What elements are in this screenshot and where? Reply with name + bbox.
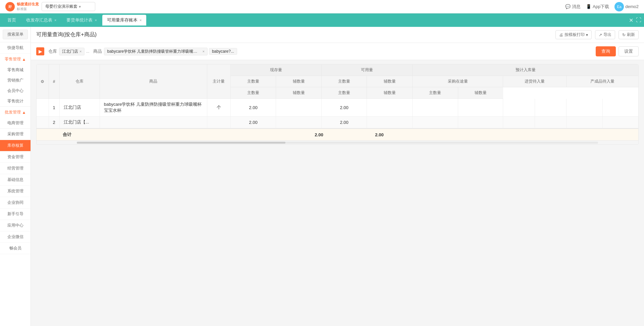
tab-bar: 首页 收发存汇总表 × 要货单统计表 × 可用量库存账本 × ✕ ⛶ xyxy=(0,13,644,27)
sidebar-item-inventory[interactable]: 库存核算 xyxy=(0,140,31,151)
footer-unit xyxy=(280,132,304,137)
sidebar-item-marketing[interactable]: 营销推广 xyxy=(0,75,31,86)
page-actions: 🖨 按模板打印 ▾ ↗ 导出 ↻ 刷新 xyxy=(555,30,639,39)
close-all-tabs-btn[interactable]: ✕ xyxy=(629,17,633,24)
top-bar-right: 💬 消息 📱 App下载 Ea demo2 xyxy=(565,2,639,11)
settings-btn[interactable]: 设置 xyxy=(619,46,639,56)
template-print-btn[interactable]: 🖨 按模板打印 ▾ xyxy=(555,30,592,39)
row2-prod-main xyxy=(566,117,602,128)
row2-current-main: 2.00 xyxy=(230,117,276,128)
sidebar-item-ecommerce[interactable]: 电商管理 xyxy=(0,118,31,128)
row2-index: 2 xyxy=(49,117,59,128)
user-menu[interactable]: Ea demo2 xyxy=(614,2,639,11)
row2-current-aux xyxy=(276,117,322,128)
refresh-btn[interactable]: ↻ 刷新 xyxy=(619,30,639,39)
export-btn[interactable]: ↗ 导出 xyxy=(595,30,615,39)
search-menu-btn[interactable]: 搜索菜单 xyxy=(3,30,28,39)
th-current-main: 主数量 xyxy=(230,76,276,87)
footer-avail-aux xyxy=(394,132,425,137)
top-bar-left: 好 畅捷通好生意 标准版 母婴行业演示账套 ▾ xyxy=(5,2,95,11)
row1-pp-main xyxy=(503,99,535,117)
sidebar-item-wechat-work[interactable]: 企业微信 xyxy=(0,231,31,243)
chevron-down-icon: ▾ xyxy=(79,4,81,9)
product-filter: 商品 babycare学饮杯 儿童防摔防撞吸管杯重力球吸嘴杯宝宝水杯 × bab… xyxy=(93,48,237,55)
tab-bar-actions: ✕ ⛶ xyxy=(629,17,641,24)
content-area: 可用量查询(按仓库+商品) 🖨 按模板打印 ▾ ↗ 导出 ↻ 刷新 ▶ xyxy=(31,27,644,326)
store-selector[interactable]: 母婴行业演示账套 ▾ xyxy=(42,2,95,11)
tab-home[interactable]: 首页 xyxy=(3,15,21,26)
tab-close-available[interactable]: × xyxy=(140,18,142,22)
scrollbar-thumb[interactable] xyxy=(77,142,285,144)
sidebar-item-retail-mgmt[interactable]: 零售管理 ▲ xyxy=(0,54,31,65)
sidebar-item-enterprise[interactable]: 企业协同 xyxy=(0,197,31,208)
row2-unit xyxy=(207,117,230,128)
footer-label: 合计 xyxy=(59,129,280,140)
sidebar-item-retail-mall[interactable]: 零售商城 xyxy=(0,65,31,75)
th-purchase-pending-group: 进货待入量 xyxy=(503,76,567,87)
query-btn[interactable]: 查询 xyxy=(596,46,616,56)
app-download-btn[interactable]: 📱 App下载 xyxy=(586,4,609,10)
tab-order-stats[interactable]: 要货单统计表 × xyxy=(62,15,101,26)
th-prod-main: 主数量 xyxy=(413,87,458,99)
table-row: 2 江北门店【... 2.00 2.00 xyxy=(37,117,638,128)
sidebar-item-basic-info[interactable]: 基础信息 xyxy=(0,174,31,186)
table-row: 1 江北门店 babycare学饮杯 儿童防摔防撞吸管杯重力球吸嘴杯宝宝水杯 个… xyxy=(37,99,638,117)
expand-btn[interactable]: ⛶ xyxy=(636,17,641,23)
row2-avail-aux xyxy=(367,117,413,128)
warehouse-more-btn[interactable]: ... xyxy=(86,49,89,54)
sidebar-item-wholesale-mgmt[interactable]: 批发管理 ▲ xyxy=(0,107,31,118)
sidebar-item-member-center[interactable]: 会员中心 xyxy=(0,86,31,96)
sidebar-item-newbie[interactable]: 新手引导 xyxy=(0,208,31,220)
filter-toggle-btn[interactable]: ▶ xyxy=(36,47,44,55)
tab-available-stock[interactable]: 可用量库存账本 × xyxy=(102,15,146,26)
row2-pp-aux xyxy=(535,117,566,128)
top-bar: 好 畅捷通好生意 标准版 母婴行业演示账套 ▾ 💬 消息 📱 App下载 Ea … xyxy=(0,0,644,13)
warehouse-filter: 仓库 江北门店 × ... xyxy=(48,48,89,55)
product-tag-close-0[interactable]: × xyxy=(202,49,204,53)
logo-icon: 好 xyxy=(5,2,15,11)
row2-pp-main xyxy=(503,117,535,128)
th-settings[interactable]: ⚙ xyxy=(37,64,49,99)
scrollbar-area[interactable] xyxy=(37,140,638,144)
avatar: Ea xyxy=(614,2,624,11)
sidebar-item-retail-stats[interactable]: 零售统计 xyxy=(0,96,31,106)
row1-prod-aux xyxy=(603,99,638,117)
chevron-down-icon-print: ▾ xyxy=(586,33,588,37)
th-pp-aux: 辅数量 xyxy=(367,87,413,99)
row1-current-aux xyxy=(276,99,322,117)
row1-pp-aux xyxy=(535,99,566,117)
row2-settings xyxy=(37,117,49,128)
main-layout: 搜索菜单 快捷导航 零售管理 ▲ 零售商城 营销推广 会员中心 零售统计 批发管… xyxy=(0,27,644,326)
row2-pt-main xyxy=(413,117,458,128)
sidebar: 搜索菜单 快捷导航 零售管理 ▲ 零售商城 营销推广 会员中心 零售统计 批发管… xyxy=(0,27,31,326)
tab-close-receipt[interactable]: × xyxy=(54,18,56,22)
th-index: # xyxy=(49,64,59,99)
message-btn[interactable]: 💬 消息 xyxy=(565,4,581,10)
th-current-stock-group: 现存量 xyxy=(230,64,321,76)
sidebar-item-operations[interactable]: 经营管理 xyxy=(0,163,31,174)
page-header: 可用量查询(按仓库+商品) 🖨 按模板打印 ▾ ↗ 导出 ↻ 刷新 xyxy=(31,27,644,43)
row1-pt-aux xyxy=(458,99,503,117)
sidebar-quick-nav[interactable]: 快捷导航 xyxy=(0,42,31,54)
th-pt-main: 主数量 xyxy=(230,87,276,99)
sidebar-search-area: 搜索菜单 xyxy=(0,27,31,42)
sidebar-item-app-center[interactable]: 应用中心 xyxy=(0,220,31,231)
row1-index: 1 xyxy=(49,99,59,117)
footer-avail-main: 2.00 xyxy=(364,130,394,140)
row1-unit: 个 xyxy=(207,99,230,117)
footer-current-aux xyxy=(334,132,364,137)
tab-receipt-summary[interactable]: 收发存汇总表 × xyxy=(21,15,61,26)
sidebar-item-finance[interactable]: 资金管理 xyxy=(0,151,31,163)
filter-action-btns: 查询 设置 xyxy=(596,46,639,56)
row2-avail-main: 2.00 xyxy=(321,117,367,128)
sidebar-item-membership[interactable]: 畅会员 xyxy=(0,243,31,254)
warehouse-tags: 江北门店 × ... xyxy=(59,48,89,55)
warehouse-tag-close-0[interactable]: × xyxy=(79,49,82,53)
filter-area: ▶ 仓库 江北门店 × ... 商品 babycare学饮杯 儿童防摔防撞吸管杯… xyxy=(31,43,644,60)
sidebar-item-purchase-mgmt[interactable]: 采购管理 xyxy=(0,129,31,140)
row2-warehouse: 江北门店【... xyxy=(59,117,100,128)
tab-close-order[interactable]: × xyxy=(95,18,97,22)
sidebar-item-system[interactable]: 系统管理 xyxy=(0,186,31,197)
row1-avail-aux xyxy=(367,99,413,117)
expand-icon: ▲ xyxy=(22,57,26,62)
